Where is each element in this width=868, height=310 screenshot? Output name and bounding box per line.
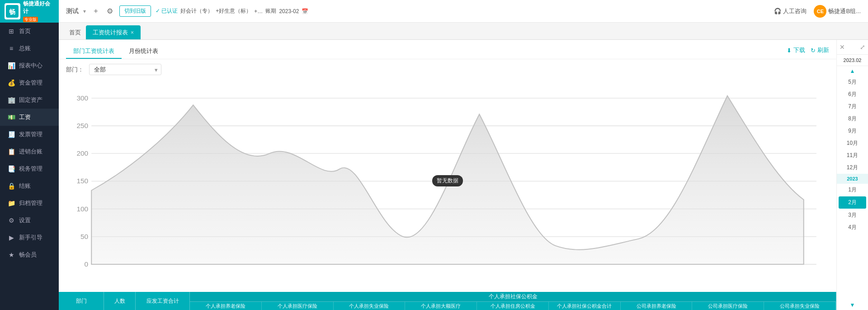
year-up-btn[interactable]: ▲ — [848, 67, 857, 75]
filter-select-wrapper: 全部 行政部 技术部 销售部 财务部 ▾ — [89, 64, 161, 75]
close-panel-icon[interactable]: ✕ — [840, 43, 845, 51]
avatar-initials: CE — [817, 9, 824, 14]
sidebar-item-sales[interactable]: 📋 进销台账 — [0, 143, 59, 160]
tab-home-label: 首页 — [69, 29, 81, 37]
sub-tab-dept[interactable]: 部门工资统计表 — [66, 44, 122, 59]
tab-home[interactable]: 首页 — [64, 25, 86, 39]
certified-status: ✓ 已认证 — [156, 7, 178, 15]
headphone-icon: 🎧 — [774, 8, 781, 14]
settings-icon: ⚙ — [7, 217, 15, 224]
col-people: 人数 — [104, 292, 136, 310]
refresh-btn[interactable]: ↻ 刷新 — [811, 46, 829, 54]
sidebar-item-label: 固定资产 — [19, 96, 42, 104]
download-btn[interactable]: ⬇ 下载 — [787, 46, 805, 54]
sub-tab-monthly-label: 月份统计表 — [129, 48, 158, 54]
sidebar-item-archive[interactable]: 📁 归档管理 — [0, 195, 59, 212]
plus-icon[interactable]: ＋ — [90, 5, 101, 17]
sidebar: 畅 畅捷通好会计 专业版 ⊞ 首页 ≡ 总账 📊 报表中心 💰 资金管理 🏢 固… — [0, 0, 59, 310]
expand-panel-icon[interactable]: ⤢ — [860, 43, 865, 51]
year-nav-up: ▲ — [837, 66, 868, 76]
sidebar-item-label: 报表中心 — [19, 62, 42, 70]
sidebar-item-home[interactable]: ⊞ 首页 — [0, 23, 59, 40]
sales-icon: 📋 — [7, 148, 15, 155]
vip-icon: ★ — [7, 251, 15, 258]
sub-tab-monthly[interactable]: 月份统计表 — [122, 44, 165, 59]
logo-text-area: 畅捷通好会计 专业版 — [23, 0, 54, 23]
sidebar-item-label: 税务管理 — [19, 165, 42, 173]
salary-icon: 💵 — [7, 114, 15, 121]
assistant-btn[interactable]: 🎧 人工咨询 — [774, 7, 807, 15]
month-11[interactable]: 11月 — [837, 149, 868, 162]
sidebar-item-salary[interactable]: 💵 工资 — [0, 109, 59, 126]
month-1[interactable]: 1月 — [837, 184, 868, 196]
right-panel-header: ✕ ⤢ — [837, 40, 868, 55]
col-unemployment: 个人承担失业保险 — [334, 302, 406, 310]
col-company-pension: 公司承担养老保险 — [621, 302, 693, 310]
month-3[interactable]: 3月 — [837, 209, 868, 221]
svg-text:250: 250 — [76, 123, 88, 129]
download-icon: ⬇ — [787, 47, 792, 54]
sidebar-item-settings[interactable]: ⚙ 设置 — [0, 212, 59, 229]
tab-close-icon[interactable]: × — [131, 29, 134, 36]
col-major-medical: 个人承担大额医疗 — [405, 302, 477, 310]
sidebar-item-assets[interactable]: 🏢 固定资产 — [0, 91, 59, 109]
svg-text:150: 150 — [76, 178, 88, 185]
gear-icon[interactable]: ⚙ — [105, 6, 115, 16]
topbar-title: 测试 — [66, 7, 79, 15]
col-dept: 部门 — [59, 292, 104, 310]
tax-icon: 📑 — [7, 165, 15, 172]
sidebar-item-label: 资金管理 — [19, 79, 42, 87]
sidebar-item-invoice[interactable]: 🧾 发票管理 — [0, 126, 59, 143]
guide-icon: ▶ — [7, 234, 15, 241]
tab-salary-label: 工资统计报表 — [93, 29, 128, 37]
month-8[interactable]: 8月 — [837, 113, 868, 125]
chart-area: 0 50 100 150 200 250 300 — [59, 80, 836, 292]
sidebar-item-closing[interactable]: 🔒 结账 — [0, 177, 59, 195]
sidebar-item-funds[interactable]: 💰 资金管理 — [0, 74, 59, 91]
status-goodbiz: +好生意（标） — [216, 7, 251, 15]
col-total-salary: 应发工资合计 — [136, 292, 190, 310]
user-avatar: CE — [814, 5, 826, 18]
month-4[interactable]: 4月 — [837, 221, 868, 234]
month-7[interactable]: 7月 — [837, 100, 868, 113]
sidebar-item-vip[interactable]: ★ 畅会员 — [0, 246, 59, 263]
refresh-icon: ↻ — [811, 47, 816, 54]
logo-badge: 专业版 — [23, 17, 38, 22]
svg-text:200: 200 — [76, 150, 88, 157]
topbar-right: 🎧 人工咨询 CE 畅捷通B组... — [774, 5, 861, 18]
user-btn[interactable]: CE 畅捷通B组... — [814, 5, 861, 18]
sidebar-item-reports[interactable]: 📊 报表中心 — [0, 57, 59, 74]
switch-btn[interactable]: 切到旧版 — [119, 5, 151, 17]
sidebar-item-ledger[interactable]: ≡ 总账 — [0, 40, 59, 57]
status-goodacc: 好会计（专） — [180, 7, 213, 15]
year-2023-label: 2023 — [837, 174, 868, 184]
table-footer-headers: 部门 人数 应发工资合计 个人承担社保公积金 个人承担养老保险 个人承担医疗保险… — [59, 292, 836, 310]
assets-icon: 🏢 — [7, 96, 15, 104]
assistant-label: 人工咨询 — [783, 7, 807, 15]
month-9[interactable]: 9月 — [837, 125, 868, 137]
right-panel: ✕ ⤢ 2023.02 ▲ 5月 6月 7月 8月 9月 10月 11月 12月… — [836, 40, 868, 310]
month-5[interactable]: 5月 — [837, 76, 868, 88]
month-6[interactable]: 6月 — [837, 88, 868, 100]
sidebar-item-tax[interactable]: 📑 税务管理 — [0, 160, 59, 177]
period-value: 2023-02 — [279, 8, 299, 14]
status-more: +… — [254, 8, 263, 14]
month-10[interactable]: 10月 — [837, 137, 868, 149]
month-12[interactable]: 12月 — [837, 162, 868, 174]
month-list: 5月 6月 7月 8月 9月 10月 11月 12月 2023 1月 2月 3月… — [837, 76, 868, 300]
sidebar-item-guide[interactable]: ▶ 新手引导 — [0, 229, 59, 246]
svg-text:300: 300 — [76, 95, 88, 102]
svg-text:0: 0 — [85, 261, 89, 268]
calendar-icon[interactable]: 📅 — [302, 8, 308, 14]
sub-tab-actions: ⬇ 下载 ↻ 刷新 — [787, 46, 829, 57]
dept-filter-select[interactable]: 全部 行政部 技术部 销售部 财务部 — [89, 64, 161, 75]
month-2-active[interactable]: 2月 — [839, 196, 866, 209]
sidebar-nav: ⊞ 首页 ≡ 总账 📊 报表中心 💰 资金管理 🏢 固定资产 💵 工资 🧾 发票… — [0, 23, 59, 310]
period-label: 账期 — [265, 7, 276, 15]
chart-svg: 0 50 100 150 200 250 300 — [66, 80, 829, 287]
sidebar-item-label: 设置 — [19, 216, 31, 224]
year-down-btn[interactable]: ▼ — [848, 301, 857, 309]
tab-salary-report[interactable]: 工资统计报表 × — [86, 25, 141, 39]
home-icon: ⊞ — [7, 28, 15, 35]
sidebar-item-label: 总账 — [19, 44, 31, 52]
